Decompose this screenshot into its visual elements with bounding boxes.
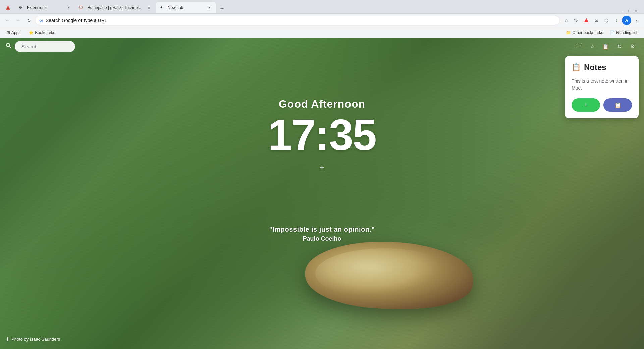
apps-bookmark-button[interactable]: ⊞ Apps xyxy=(4,30,23,36)
bookmarks-right-section: 📁 Other bookmarks 📄 Reading list xyxy=(563,30,640,36)
search-icon xyxy=(5,42,12,49)
search-container: Search xyxy=(5,41,75,52)
top-right-controls: ⛶ ☆ 📋 ↻ ⚙ xyxy=(573,40,639,52)
fullscreen-button[interactable]: ⛶ xyxy=(573,40,585,52)
notes-body-text: This is a test note written in Mue. xyxy=(572,78,632,92)
clock-display: 17:35 xyxy=(268,113,376,157)
tab-extensions-title: Extensions xyxy=(27,5,63,10)
bookmarks-bookmark-button[interactable]: ⭐ Bookmarks xyxy=(26,30,58,36)
sync-button[interactable]: ↕ xyxy=(612,16,621,25)
folder-icon: 📁 xyxy=(566,30,571,35)
reload-button[interactable]: ↻ xyxy=(24,16,34,25)
notes-add-button[interactable]: + xyxy=(572,98,600,112)
notes-copy-icon: 📋 xyxy=(614,102,621,108)
cast-button[interactable]: ⊡ xyxy=(592,16,601,25)
bookmarks-label: Bookmarks xyxy=(35,30,55,35)
notes-toggle-button[interactable]: 📋 xyxy=(600,40,612,52)
minimize-button[interactable]: − xyxy=(620,8,625,13)
menu-button[interactable]: ⋮ xyxy=(632,16,641,25)
browser-chrome: ⚙ Extensions × ⬡ Homepage | gHacks Techn… xyxy=(0,0,644,38)
close-window-button[interactable]: × xyxy=(633,8,639,13)
search-icon-button[interactable] xyxy=(5,42,12,51)
page-content: Search ⛶ ☆ 📋 ↻ ⚙ Good Afternoon 17:35 + … xyxy=(0,38,644,349)
star-bookmark-icon: ⭐ xyxy=(29,30,34,35)
notes-header: 📋 Notes xyxy=(572,63,632,72)
extensions-button[interactable]: ⬡ xyxy=(602,16,611,25)
photo-credit[interactable]: ℹ Photo by Isaac Saunders xyxy=(7,336,60,342)
svg-line-1 xyxy=(9,46,11,48)
maximize-button[interactable]: □ xyxy=(627,8,632,13)
extensions-favicon-icon: ⚙ xyxy=(19,5,24,10)
notes-copy-button[interactable]: 📋 xyxy=(603,98,632,112)
notes-panel: 📋 Notes This is a test note written in M… xyxy=(565,56,639,118)
shield-icon-button[interactable]: 🛡 xyxy=(572,16,581,25)
tab-new-tab[interactable]: ✦ New Tab × xyxy=(156,2,216,13)
info-icon: ℹ xyxy=(7,336,9,342)
omnibox[interactable]: G Search Google or type a URL xyxy=(35,16,560,25)
svg-point-0 xyxy=(6,43,10,47)
apps-grid-icon: ⊞ xyxy=(7,30,10,35)
forward-button[interactable]: → xyxy=(13,16,23,25)
quote-author: Paulo Coelho xyxy=(269,235,375,242)
profile-avatar[interactable]: A xyxy=(622,16,631,25)
tab-extensions-close-button[interactable]: × xyxy=(66,5,71,10)
nav-actions: ☆ 🛡 ⊡ ⬡ ↕ A ⋮ xyxy=(561,16,641,25)
reading-list-icon: 📄 xyxy=(610,30,615,35)
tab-ghacks[interactable]: ⬡ Homepage | gHacks Technology... × xyxy=(75,2,156,13)
tab-bar: ⚙ Extensions × ⬡ Homepage | gHacks Techn… xyxy=(0,0,644,13)
favorite-button[interactable]: ☆ xyxy=(586,40,598,52)
notes-panel-title: Notes xyxy=(584,63,606,72)
quote-text: "Impossible is just an opinion." xyxy=(269,226,375,233)
new-tab-button[interactable]: + xyxy=(217,4,227,13)
tab-new-tab-close-button[interactable]: × xyxy=(207,5,212,10)
notes-add-icon: + xyxy=(584,102,588,109)
other-bookmarks-label: Other bookmarks xyxy=(572,30,603,35)
newtab-favicon-icon: ✦ xyxy=(160,5,165,10)
clock-area: Good Afternoon 17:35 + xyxy=(268,98,376,173)
tab-ghacks-title: Homepage | gHacks Technology... xyxy=(87,5,144,10)
vivaldi-small-icon xyxy=(584,18,589,23)
reading-list-button[interactable]: 📄 Reading list xyxy=(607,30,640,36)
tab-extensions[interactable]: ⚙ Extensions × xyxy=(15,2,75,13)
vivaldi-btn[interactable] xyxy=(582,16,591,25)
window-controls: − □ × xyxy=(620,8,641,13)
bookmark-star-button[interactable]: ☆ xyxy=(561,16,571,25)
tab-ghacks-close-button[interactable]: × xyxy=(146,5,152,10)
bookmarks-bar: ⊞ Apps ⭐ Bookmarks 📁 Other bookmarks 📄 R… xyxy=(0,27,644,38)
search-input[interactable]: Search xyxy=(15,41,75,52)
reading-list-label: Reading list xyxy=(616,30,637,35)
notes-panel-icon: 📋 xyxy=(572,63,581,72)
omnibox-url: Search Google or type a URL xyxy=(46,18,556,23)
greeting-text: Good Afternoon xyxy=(268,98,376,110)
navigation-bar: ← → ↻ G Search Google or type a URL ☆ 🛡 … xyxy=(0,13,644,27)
google-icon: G xyxy=(39,18,43,23)
refresh-background-button[interactable]: ↻ xyxy=(613,40,625,52)
add-widget-button[interactable]: + xyxy=(268,162,376,173)
settings-button[interactable]: ⚙ xyxy=(627,40,639,52)
vivaldi-logo-icon xyxy=(5,5,11,11)
photo-credit-text: Photo by Isaac Saunders xyxy=(11,337,60,342)
back-button[interactable]: ← xyxy=(3,16,12,25)
notes-actions: + 📋 xyxy=(572,98,632,112)
quote-area: "Impossible is just an opinion." Paulo C… xyxy=(269,226,375,242)
ghacks-favicon-icon: ⬡ xyxy=(79,5,85,10)
tab-new-tab-title: New Tab xyxy=(168,5,204,10)
apps-label: Apps xyxy=(11,30,20,35)
other-bookmarks-button[interactable]: 📁 Other bookmarks xyxy=(563,30,606,36)
